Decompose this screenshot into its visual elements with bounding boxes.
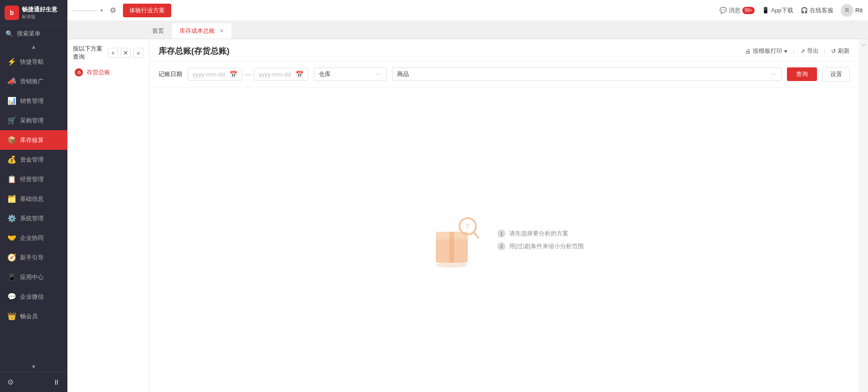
goods-input[interactable]: 商品 ··· — [392, 67, 781, 81]
search-icon: 🔍 — [5, 30, 13, 37]
filter-item-inventory-ledger[interactable]: ♻ 存货总账 — [67, 65, 149, 80]
filter-panel: 按以下方案查询 + ✕ « ♻ 存货总账 — [67, 39, 149, 392]
settings-icon[interactable]: ⚙ — [7, 378, 14, 387]
svg-point-2 — [436, 262, 468, 268]
filter-header-label: 按以下方案查询 — [73, 45, 108, 61]
query-button[interactable]: 查询 — [787, 67, 817, 81]
sidebar-item-label: 快捷导航 — [20, 58, 44, 66]
user-profile[interactable]: R Rit — [841, 4, 863, 17]
inventory-icon: 📦 — [7, 136, 15, 144]
sidebar-item-label: 基础信息 — [20, 195, 44, 203]
warehouse-label: 仓库 — [319, 70, 331, 78]
goods-label: 商品 — [397, 70, 409, 78]
page-actions: 🖨 按模板打印 ▾ | ↗ 导出 | ↺ 刷新 — [745, 47, 850, 55]
sidebar-item-label: 应用中心 — [20, 273, 44, 281]
print-template-btn[interactable]: 🖨 按模板打印 ▾ — [745, 47, 787, 55]
sidebar-item-shortcuts[interactable]: ⚡ 快捷导航 — [0, 52, 67, 71]
sidebar-item-newbie[interactable]: 🧭 新手引导 — [0, 248, 67, 267]
calendar-from-icon: 📅 — [230, 71, 237, 78]
refresh-icon: ↺ — [831, 48, 836, 55]
scroll-up-btn[interactable]: ▲ — [0, 41, 67, 52]
appcenter-icon: 📱 — [7, 273, 15, 281]
sidebar-item-label: 销售管理 — [20, 97, 44, 105]
chevron-down-icon[interactable]: ▾ — [100, 7, 103, 14]
tab-close-icon[interactable]: ✕ — [220, 28, 224, 34]
settings-button[interactable]: 设置 — [822, 67, 850, 81]
cooperation-icon: 🤝 — [7, 234, 15, 242]
sidebar-item-operations[interactable]: 📋 经营管理 — [0, 169, 67, 189]
notifications-label: 消息 — [729, 6, 740, 15]
sidebar-item-label: 系统管理 — [20, 214, 44, 223]
vip-icon: 👑 — [7, 312, 15, 321]
sidebar-item-inventory[interactable]: 📦 库存核算 — [0, 130, 67, 150]
svg-text:?: ? — [465, 223, 470, 230]
sidebar-item-basicinfo[interactable]: 🗂️ 基础信息 — [0, 189, 67, 209]
sidebar-item-cooperation[interactable]: 🤝 企业协同 — [0, 228, 67, 248]
print-icon: 🖨 — [745, 48, 751, 55]
filter-delete-btn[interactable]: ✕ — [121, 48, 131, 58]
sidebar-item-purchase[interactable]: 🛒 采购管理 — [0, 111, 67, 130]
goods-ellipsis-icon: ··· — [771, 70, 776, 78]
collapse-icon[interactable]: ⏸ — [53, 378, 60, 387]
basicinfo-icon: 🗂️ — [7, 194, 15, 203]
date-from-input[interactable]: yyyy-mm-dd 📅 — [188, 68, 242, 81]
main-area: ———— ▾ ⚙ 体验行业方案 💬 消息 99+ 📱 App下载 🎧 在线客服 — [67, 0, 868, 392]
empty-svg: ? — [424, 213, 484, 272]
filter-item-icon: ♻ — [75, 68, 83, 76]
operations-icon: 📋 — [7, 175, 15, 183]
page-header: 库存总账(存货总账) 🖨 按模板打印 ▾ | ↗ 导出 | ↺ — [149, 39, 859, 61]
sidebar-item-label: 资金管理 — [20, 156, 44, 164]
gear-button[interactable]: ⚙ — [107, 4, 119, 17]
calendar-to-icon: 📅 — [296, 71, 303, 78]
empty-tips: 1 请先选择要分析的方案 2 用[过滤]条件来缩小分析范围 — [497, 229, 583, 250]
notifications-item[interactable]: 💬 消息 99+ — [720, 6, 755, 15]
main-content: 库存总账(存货总账) 🖨 按模板打印 ▾ | ↗ 导出 | ↺ — [149, 39, 859, 392]
scroll-down-btn[interactable]: ▼ — [0, 361, 67, 372]
filter-add-btn[interactable]: + — [108, 48, 118, 58]
sidebar-item-label: 经营管理 — [20, 175, 44, 183]
sidebar-item-sales[interactable]: 📊 销售管理 — [0, 91, 67, 111]
marketing-icon: 📣 — [7, 77, 15, 86]
top-header: ———— ▾ ⚙ 体验行业方案 💬 消息 99+ 📱 App下载 🎧 在线客服 — [67, 0, 868, 21]
sidebar-item-label: 采购管理 — [20, 117, 44, 125]
sidebar-search-label: 搜索菜单 — [17, 30, 41, 38]
filter-collapse-btn[interactable]: « — [133, 48, 143, 58]
logo-text: 畅捷通好生意 标准版 — [22, 6, 57, 20]
corpwechat-icon: 💬 — [7, 292, 15, 301]
refresh-btn[interactable]: ↺ 刷新 — [831, 47, 850, 55]
export-btn[interactable]: ↗ 导出 — [800, 47, 819, 55]
sidebar-item-appcenter[interactable]: 📱 应用中心 — [0, 267, 67, 287]
industry-solution-button[interactable]: 体验行业方案 — [123, 4, 171, 17]
sidebar-item-label: 企业微信 — [20, 293, 44, 301]
finance-icon: 💰 — [7, 155, 15, 164]
tab-bar: 首页 库存成本总账 ✕ — [67, 21, 868, 39]
filter-header: 按以下方案查询 + ✕ « — [67, 45, 149, 65]
sidebar-item-label: 营销推广 — [20, 77, 44, 86]
date-from-placeholder: yyyy-mm-dd — [193, 71, 225, 78]
sidebar-nav: ⚡ 快捷导航 📣 营销推广 📊 销售管理 🛒 采购管理 📦 库存核算 💰 资金管… — [0, 52, 67, 361]
sidebar-item-vip[interactable]: 👑 畅会员 — [0, 306, 67, 326]
shortcuts-icon: ⚡ — [7, 57, 15, 66]
content-area: 按以下方案查询 + ✕ « ♻ 存货总账 库存总账(存货总账) — [67, 39, 868, 392]
sidebar-footer: ⚙ ⏸ — [0, 372, 67, 392]
sidebar-item-system[interactable]: ⚙️ 系统管理 — [0, 209, 67, 228]
sidebar-item-finance[interactable]: 💰 资金管理 — [0, 150, 67, 169]
username: Rit — [855, 7, 863, 14]
sidebar-search[interactable]: 🔍 搜索菜单 — [0, 26, 67, 41]
app-download-item[interactable]: 📱 App下载 — [762, 6, 793, 15]
avatar: R — [841, 4, 853, 17]
warehouse-input[interactable]: 仓库 ··· — [314, 67, 387, 81]
divider: | — [793, 48, 794, 55]
sidebar-item-marketing[interactable]: 📣 营销推广 — [0, 71, 67, 91]
sidebar-item-corpwechat[interactable]: 💬 企业微信 — [0, 287, 67, 306]
right-panel[interactable]: › — [859, 39, 868, 392]
tab-home[interactable]: 首页 — [145, 23, 171, 39]
tab-inventory-cost[interactable]: 库存成本总账 ✕ — [172, 23, 231, 39]
tab-home-label: 首页 — [152, 27, 164, 34]
date-to-input[interactable]: yyyy-mm-dd 📅 — [254, 68, 308, 81]
system-icon: ⚙️ — [7, 214, 15, 223]
tab-inventory-cost-label: 库存成本总账 — [179, 27, 215, 34]
online-service-item[interactable]: 🎧 在线客服 — [801, 6, 833, 15]
headset-icon: 🎧 — [801, 7, 808, 14]
tip-num-2: 2 — [497, 242, 505, 250]
